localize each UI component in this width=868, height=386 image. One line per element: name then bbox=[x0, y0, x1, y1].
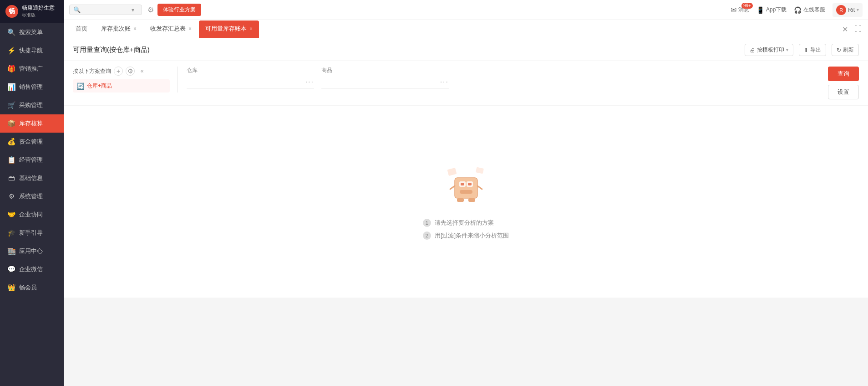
industry-btn[interactable]: 体验行业方案 bbox=[157, 4, 201, 16]
tabs-bar: 首页 库存批次账 × 收发存汇总表 × 可用量库存账本 × ✕ ⛶ bbox=[64, 20, 868, 38]
svg-rect-0 bbox=[455, 178, 477, 198]
warehouse-label: 仓库 bbox=[187, 67, 314, 74]
operations-icon: 📋 bbox=[7, 156, 15, 164]
sidebar-header: 畅 畅康通好生意 标准版 bbox=[0, 0, 64, 23]
page-header: 可用量查询(按仓库+商品) 🖨 按模板打印 ▾ ⬆ 导出 ↻ 刷新 bbox=[64, 38, 868, 61]
online-service-btn[interactable]: 🎧 在线客服 bbox=[794, 6, 825, 14]
query-btn[interactable]: 查询 bbox=[828, 67, 859, 81]
sidebar-item-appstore[interactable]: 🏬 应用中心 bbox=[0, 242, 64, 260]
newbie-icon: 🎓 bbox=[7, 229, 15, 237]
sidebar-item-newbie[interactable]: 🎓 新手引导 bbox=[0, 224, 64, 242]
sales-icon: 📊 bbox=[7, 83, 15, 91]
print-dropdown-icon: ▾ bbox=[786, 47, 788, 52]
sidebar-item-label: 营销推广 bbox=[19, 65, 43, 73]
finance-icon: 💰 bbox=[7, 138, 15, 146]
close-all-tabs-icon[interactable]: ✕ bbox=[842, 25, 848, 33]
refresh-btn[interactable]: ↻ 刷新 bbox=[832, 44, 859, 56]
sidebar-item-search[interactable]: 🔍 搜索菜单 bbox=[0, 23, 64, 41]
svg-rect-4 bbox=[468, 183, 472, 185]
appstore-icon: 🏬 bbox=[7, 247, 15, 255]
svg-rect-8 bbox=[457, 198, 464, 202]
warehouse-input[interactable] bbox=[187, 79, 302, 85]
sidebar-item-label: 基础信息 bbox=[19, 174, 43, 182]
tab-batch-ledger[interactable]: 库存批次账 × bbox=[95, 21, 143, 38]
tab-batch-ledger-close[interactable]: × bbox=[133, 26, 137, 31]
product-more-icon[interactable]: ··· bbox=[440, 78, 449, 86]
printer-icon: 🖨 bbox=[750, 47, 755, 53]
product-input[interactable] bbox=[321, 79, 437, 85]
marketing-icon: 🎁 bbox=[7, 65, 15, 73]
system-icon: ⚙ bbox=[7, 192, 15, 201]
sidebar-item-basic[interactable]: 🗃 基础信息 bbox=[0, 169, 64, 187]
sidebar: 畅 畅康通好生意 标准版 🔍 搜索菜单 ⚡ 快捷导航 🎁 营销推广 📊 销售管理… bbox=[0, 0, 64, 386]
hint2-text: 用[过滤]条件来缩小分析范围 bbox=[435, 232, 509, 240]
sidebar-item-purchase[interactable]: 🛒 采购管理 bbox=[0, 96, 64, 114]
tab-receive-summary[interactable]: 收发存汇总表 × bbox=[144, 21, 198, 38]
cooperation-icon: 🤝 bbox=[7, 211, 15, 219]
headset-icon: 🎧 bbox=[794, 6, 802, 14]
sidebar-item-operations[interactable]: 📋 经营管理 bbox=[0, 151, 64, 169]
warehouse-more-icon[interactable]: ··· bbox=[305, 78, 314, 86]
sidebar-item-finance[interactable]: 💰 资金管理 bbox=[0, 133, 64, 151]
dropdown-icon[interactable]: ▾ bbox=[132, 7, 134, 13]
filter-area: 按以下方案查询 + ⚙ « 🔄 仓库+商品 仓库 ··· bbox=[64, 61, 868, 105]
sidebar-item-membership[interactable]: 👑 畅会员 bbox=[0, 278, 64, 297]
sidebar-item-marketing[interactable]: 🎁 营销推广 bbox=[0, 60, 64, 78]
settings-btn[interactable]: 设置 bbox=[828, 85, 859, 99]
chevron-down-icon: ▾ bbox=[857, 7, 859, 12]
membership-icon: 👑 bbox=[7, 283, 15, 292]
sidebar-item-label: 系统管理 bbox=[19, 192, 43, 201]
export-btn[interactable]: ⬆ 导出 bbox=[799, 44, 826, 56]
svg-line-6 bbox=[450, 186, 455, 189]
message-btn[interactable]: ✉ 消息 99+ bbox=[731, 5, 749, 14]
sidebar-item-label: 资金管理 bbox=[19, 138, 43, 146]
settings-icon[interactable]: ⚙ bbox=[147, 5, 154, 14]
query-action-btns: 查询 设置 bbox=[819, 67, 859, 99]
sidebar-item-label: 快捷导航 bbox=[19, 46, 43, 55]
user-name: Rit bbox=[848, 7, 855, 13]
add-scheme-btn[interactable]: + bbox=[114, 67, 123, 76]
svg-rect-11 bbox=[475, 167, 483, 174]
tab-batch-ledger-label: 库存批次账 bbox=[101, 25, 131, 33]
search-icon: 🔍 bbox=[73, 6, 81, 13]
app-download-btn[interactable]: 📱 App下载 bbox=[756, 6, 787, 14]
filter-field-warehouse: 仓库 ··· bbox=[187, 67, 314, 88]
mobile-icon: 📱 bbox=[756, 6, 764, 14]
tab-available-ledger[interactable]: 可用量库存账本 × bbox=[199, 21, 259, 38]
sidebar-item-system[interactable]: ⚙ 系统管理 bbox=[0, 187, 64, 206]
expand-tabs-icon[interactable]: ⛶ bbox=[854, 25, 862, 33]
sidebar-item-label: 库存核算 bbox=[19, 119, 43, 128]
tab-receive-summary-label: 收发存汇总表 bbox=[150, 25, 186, 33]
tab-home-label: 首页 bbox=[76, 25, 87, 33]
tab-available-ledger-close[interactable]: × bbox=[249, 26, 253, 31]
tab-home[interactable]: 首页 bbox=[69, 21, 94, 38]
user-menu[interactable]: R Rit ▾ bbox=[832, 3, 863, 17]
sidebar-item-label: 应用中心 bbox=[19, 247, 43, 255]
sidebar-item-label: 销售管理 bbox=[19, 83, 43, 91]
svg-rect-5 bbox=[460, 190, 472, 194]
sidebar-item-wechat[interactable]: 💬 企业微信 bbox=[0, 260, 64, 278]
sidebar-item-cooperation[interactable]: 🤝 企业协同 bbox=[0, 206, 64, 224]
empty-illustration bbox=[443, 164, 489, 210]
app-logo: 畅 bbox=[5, 5, 18, 18]
search-icon: 🔍 bbox=[7, 28, 15, 36]
collapse-schemes-btn[interactable]: « bbox=[137, 67, 147, 76]
sidebar-item-inventory[interactable]: 📦 库存核算 bbox=[0, 114, 64, 133]
empty-hint-1: 1 请先选择要分析的方案 bbox=[423, 219, 509, 227]
filter-schemes: 按以下方案查询 + ⚙ « 🔄 仓库+商品 bbox=[73, 67, 178, 93]
sidebar-item-sales[interactable]: 📊 销售管理 bbox=[0, 78, 64, 96]
page-title: 可用量查询(按仓库+商品) bbox=[73, 46, 150, 54]
scheme-warehouse-product[interactable]: 🔄 仓库+商品 bbox=[73, 79, 170, 93]
sidebar-item-shortcut[interactable]: ⚡ 快捷导航 bbox=[0, 41, 64, 60]
scheme-settings-btn[interactable]: ⚙ bbox=[126, 67, 135, 76]
tab-receive-summary-close[interactable]: × bbox=[188, 26, 192, 31]
sidebar-item-label: 经营管理 bbox=[19, 156, 43, 164]
svg-line-7 bbox=[477, 186, 482, 189]
print-btn[interactable]: 🖨 按模板打印 ▾ bbox=[745, 44, 793, 56]
shortcut-icon: ⚡ bbox=[7, 46, 15, 55]
app-name: 畅康通好生意 bbox=[22, 5, 55, 12]
search-input[interactable] bbox=[83, 7, 129, 13]
sidebar-item-label: 企业微信 bbox=[19, 265, 43, 273]
topbar-search-box[interactable]: 🔍 ▾ bbox=[69, 5, 142, 15]
filter-fields: 仓库 ··· 商品 ··· bbox=[178, 67, 819, 88]
